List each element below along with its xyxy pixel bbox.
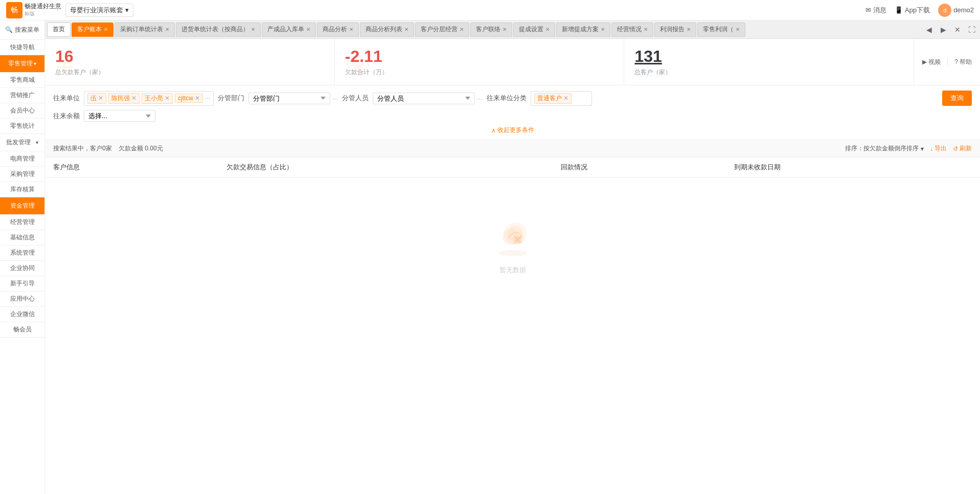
sidebar-item-sys[interactable]: 系统管理 [0, 245, 44, 261]
filter-tag-cj[interactable]: cjttcw ✕ [175, 94, 203, 103]
sidebar-item-batch-mgmt[interactable]: 批发管理 ▾ [0, 134, 44, 151]
sidebar-item-app-center[interactable]: 应用中心 [0, 291, 44, 307]
search-icon: 🔍 [5, 26, 13, 33]
balance-filter-wrap: 选择... [84, 110, 155, 122]
refresh-btn[interactable]: ↺ 刷新 [953, 144, 972, 153]
tab-customer-capital[interactable]: 客户账本 ✕ [72, 23, 113, 37]
divider: | [947, 58, 948, 65]
close-icon[interactable]: ✕ [503, 27, 507, 32]
tabs-expand-btn[interactable]: ⛶ [966, 24, 978, 36]
tabs-prev-btn[interactable]: ◀ [923, 24, 935, 36]
sidebar-item-quick-nav[interactable]: 快捷导航 [0, 40, 44, 55]
industry-selector[interactable]: 母婴行业演示账套 ▾ [65, 4, 133, 17]
close-icon[interactable]: ✕ [251, 27, 255, 32]
sidebar-item-corp-coop[interactable]: 企业协同 [0, 261, 44, 276]
tab-label: 采购订单统计表 [120, 25, 163, 34]
close-icon[interactable]: ✕ [736, 27, 740, 32]
close-icon[interactable]: ✕ [104, 27, 108, 32]
tag-close-icon[interactable]: ✕ [98, 95, 103, 102]
person-filter-select[interactable]: 分管人员 [373, 93, 475, 104]
dept-dots[interactable]: ··· [332, 95, 338, 102]
close-icon[interactable]: ✕ [404, 27, 408, 32]
sidebar-item-inventory[interactable]: 库存核算 [0, 182, 44, 197]
sidebar-item-finance[interactable]: 资金管理 [0, 197, 44, 215]
tab-home[interactable]: 首页 [47, 23, 71, 37]
tab-purchase-order[interactable]: 采购订单统计表 ✕ [115, 23, 175, 37]
close-icon[interactable]: ✕ [460, 27, 464, 32]
tab-remind-settings[interactable]: 提成设置 ✕ [513, 23, 555, 37]
sort-select[interactable]: 排序：按欠款金额倒序排序 ▾ [845, 144, 924, 153]
tag-close-icon[interactable]: ✕ [563, 95, 568, 102]
tab-customer-contact[interactable]: 客户联络 ✕ [470, 23, 512, 37]
person-dots[interactable]: ··· [477, 95, 483, 102]
tag-close-icon[interactable]: ✕ [131, 95, 136, 102]
table-header-row: 客户信息 欠款交易信息（占比） 回款情况 到期未收款日期 [45, 158, 980, 177]
close-icon[interactable]: ✕ [601, 27, 605, 32]
tab-profit-report[interactable]: 利润报告 ✕ [654, 23, 696, 37]
query-button[interactable]: 查询 [942, 91, 972, 106]
tab-cost-inbound[interactable]: 产成品入库单 ✕ [262, 23, 316, 37]
filter-more-icon[interactable]: ··· [205, 95, 210, 102]
sidebar-item-label: 库存核算 [10, 186, 35, 193]
sidebar-item-retail-mall[interactable]: 零售商城 [0, 73, 44, 88]
sidebar-item-vip[interactable]: 畅会员 [0, 322, 44, 338]
tab-label: 客户联络 [476, 25, 500, 34]
tab-add-achieve[interactable]: 新增提成方案 ✕ [556, 23, 610, 37]
filter-tag-wu[interactable]: 伍 ✕ [87, 93, 106, 104]
tab-retail-profit[interactable]: 零售利润（ ✕ [697, 23, 745, 37]
close-icon[interactable]: ✕ [687, 27, 691, 32]
logo-area: 畅 畅捷通好生意 标版 [6, 2, 61, 18]
filter-area: 往来单位 伍 ✕ 陈民强 ✕ 王小亮 ✕ [45, 85, 980, 140]
results-bar-right: 排序：按欠款金额倒序排序 ▾ ↓ 导出 ↺ 刷新 [845, 144, 972, 153]
close-icon[interactable]: ✕ [306, 27, 310, 32]
person-filter-label: 分管人员 [342, 94, 369, 103]
filter-tag-common[interactable]: 普通客户 ✕ [534, 93, 572, 104]
tab-label: 零售利润（ [703, 25, 734, 34]
app-download-btn[interactable]: 📱 App下载 [895, 6, 930, 15]
tabs-close-all-btn[interactable]: ✕ [951, 24, 964, 36]
close-icon[interactable]: ✕ [644, 27, 648, 32]
sidebar-item-retail-mgmt[interactable]: 零售管理 ▾ [0, 55, 44, 73]
sidebar-item-retail-stats[interactable]: 零售统计 [0, 119, 44, 134]
message-btn[interactable]: ✉ 消息 [865, 6, 886, 15]
close-icon[interactable]: ✕ [165, 27, 169, 32]
sidebar-item-member[interactable]: 会员中心 [0, 103, 44, 119]
sidebar-item-purchase[interactable]: 采购管理 [0, 167, 44, 182]
unit-class-filter-tags[interactable]: 普通客户 ✕ [531, 91, 592, 106]
tab-product-analysis[interactable]: 商品分析 ✕ [317, 23, 359, 37]
tab-biz-status[interactable]: 经营情况 ✕ [611, 23, 653, 37]
sidebar-item-ecom[interactable]: 电商管理 [0, 151, 44, 167]
filter-tag-wang[interactable]: 王小亮 ✕ [142, 93, 173, 104]
sort-label: 排序：按欠款金额倒序排序 [845, 144, 919, 153]
balance-filter-select[interactable]: 选择... [84, 110, 155, 122]
tag-close-icon[interactable]: ✕ [195, 95, 200, 102]
dept-filter-select[interactable]: 分管部门 [248, 93, 330, 104]
filter-tag-chen[interactable]: 陈民强 ✕ [108, 93, 140, 104]
user-avatar-btn[interactable]: d demo2 [938, 4, 974, 17]
collapse-btn[interactable]: ∧ 收起更多条件 [491, 126, 534, 134]
tab-customer-layered[interactable]: 客户分层经营 ✕ [415, 23, 469, 37]
tab-product-analysis-list[interactable]: 商品分析列表 ✕ [360, 23, 414, 37]
tag-close-icon[interactable]: ✕ [165, 95, 170, 102]
close-icon[interactable]: ✕ [349, 27, 353, 32]
sidebar-item-basic-info[interactable]: 基础信息 [0, 230, 44, 245]
top-actions: ▶ 视频 | ? 帮助 [914, 39, 980, 85]
sidebar-item-corp-wechat[interactable]: 企业微信 [0, 307, 44, 322]
sidebar-item-label: 企业微信 [10, 310, 35, 318]
close-icon[interactable]: ✕ [545, 27, 550, 32]
sidebar-item-marketing[interactable]: 营销推广 [0, 88, 44, 103]
help-btn[interactable]: ? 帮助 [954, 58, 972, 66]
export-btn[interactable]: ↓ 导出 [930, 144, 947, 153]
sidebar-item-new-guide[interactable]: 新手引导 [0, 276, 44, 291]
sidebar-item-label: 应用中心 [10, 295, 35, 302]
tabs-next-btn[interactable]: ▶ [937, 24, 949, 36]
tab-label: 客户账本 [77, 25, 102, 34]
sidebar-search[interactable]: 🔍 搜索菜单 [0, 20, 44, 40]
sidebar-item-biz[interactable]: 经营管理 [0, 215, 44, 230]
username: demo2 [953, 6, 974, 14]
unit-filter-tags[interactable]: 伍 ✕ 陈民强 ✕ 王小亮 ✕ cjttcw ✕ [84, 91, 214, 106]
tag-label: 陈民强 [111, 94, 130, 103]
video-btn[interactable]: ▶ 视频 [922, 58, 941, 66]
logo-sub: 标版 [25, 10, 61, 17]
tab-inbound-stats[interactable]: 进货单统计表（按商品） ✕ [176, 23, 261, 37]
